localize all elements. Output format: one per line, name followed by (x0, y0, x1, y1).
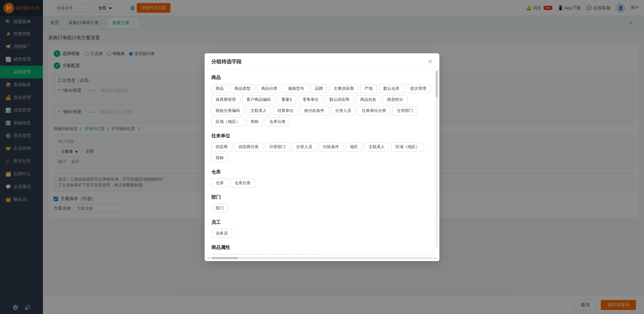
modal-hscroll-track[interactable] (211, 257, 433, 259)
field-tag[interactable]: 商品别名 (356, 95, 381, 104)
field-tag[interactable]: 默认仓库 (379, 84, 404, 93)
scroll-left-arrow[interactable]: ◀ (207, 256, 210, 260)
field-tag[interactable]: 拣货积分 (383, 95, 408, 104)
field-tag[interactable]: 默认供应商 (325, 95, 354, 104)
modal-vscroll-track[interactable] (435, 71, 438, 248)
field-tag[interactable]: 地区 (345, 142, 362, 151)
field-tags-group: 业务员 (211, 229, 433, 238)
modal-section-商品: 商品商品商品类型商品分类规格型号品牌主要供应商产地默认仓库批次管理保质期管理客户… (211, 75, 433, 126)
field-tag[interactable]: 收付款条件 (300, 106, 329, 115)
field-tag[interactable]: 零售单位 (298, 95, 323, 104)
field-tag[interactable]: 主要供应商 (329, 84, 358, 93)
field-tag[interactable]: 规格型号 (284, 84, 309, 93)
field-tags-group: 商品商品类型商品分类规格型号品牌主要供应商产地默认仓库批次管理保质期管理客户商品… (211, 84, 433, 126)
field-tags-group: 部门 (211, 204, 433, 213)
modal-section-往来单位: 往来单位供应商供应商分类分管部门分管人员付款条件地区主联系人区域（地区）简称 (211, 133, 433, 163)
field-tag[interactable]: 仓库分类 (230, 179, 255, 188)
field-tag[interactable]: 品牌 (311, 84, 327, 93)
modal-title: 分组待选字段 (211, 59, 241, 65)
field-tag[interactable]: 仓库 (211, 179, 228, 188)
field-tag[interactable]: 往来单位分类 (358, 106, 390, 115)
field-tag[interactable]: 分管人员 (292, 142, 317, 151)
field-tag[interactable]: 简称 (211, 153, 228, 163)
field-tag[interactable]: 客户商品编码 (242, 95, 275, 104)
field-tag[interactable]: 保质期管理 (211, 95, 240, 104)
field-tag[interactable]: 批次管理 (406, 84, 431, 93)
modal: 分组待选字段 ✕ 商品商品商品类型商品分类规格型号品牌主要供应商产地默认仓库批次… (205, 53, 439, 261)
field-tag[interactable]: 分管部门 (265, 142, 290, 151)
modal-close-button[interactable]: ✕ (428, 59, 433, 65)
modal-section-title: 部门 (211, 194, 433, 200)
field-tags-group: 仓库仓库分类 (211, 179, 433, 188)
field-tag[interactable]: 商品分类 (257, 84, 282, 93)
modal-section-title: 员工 (211, 219, 433, 226)
modal-section-title: 往来单位 (211, 133, 433, 139)
field-tag[interactable]: 区域（地区） (211, 117, 244, 126)
field-tag[interactable]: 分管人员 (331, 106, 356, 115)
field-tag[interactable]: 业务员 (211, 229, 232, 238)
modal-section-商品属性: 商品属性属性颜色多规格尺码鞋码1 (211, 245, 433, 255)
modal-section-员工: 员工业务员 (211, 219, 433, 238)
field-tag[interactable]: 商品类型 (230, 84, 255, 93)
field-tag[interactable]: 区域（地区） (391, 142, 424, 151)
field-tag[interactable]: 主联系人 (364, 142, 389, 151)
field-tags-group: 供应商供应商分类分管部门分管人员付款条件地区主联系人区域（地区）简称 (211, 142, 433, 163)
field-tag[interactable]: 主联系人 (246, 106, 271, 115)
modal-hscroll-thumb (211, 257, 238, 259)
field-tag[interactable]: 简称 (246, 117, 263, 126)
field-tag[interactable]: 供应商分类 (234, 142, 263, 151)
modal-header: 分组待选字段 ✕ (205, 53, 439, 69)
modal-body: 商品商品商品类型商品分类规格型号品牌主要供应商产地默认仓库批次管理保质期管理客户… (205, 69, 439, 255)
modal-hscroll-area: ◀ ▶ (205, 255, 439, 261)
modal-overlay: 分组待选字段 ✕ 商品商品商品类型商品分类规格型号品牌主要供应商产地默认仓库批次… (0, 0, 644, 314)
field-tag[interactable]: 商品 (211, 84, 228, 93)
modal-section-title: 商品属性 (211, 245, 433, 251)
field-tag[interactable]: 产地 (360, 84, 377, 93)
field-tag[interactable]: 结算单位 (273, 106, 298, 115)
field-tag[interactable]: 付款条件 (319, 142, 343, 151)
field-tag[interactable]: 税收分类编码 (211, 106, 244, 115)
modal-section-title: 商品 (211, 75, 433, 81)
field-tag[interactable]: 部门 (211, 204, 228, 213)
field-tag[interactable]: 供应商 (211, 142, 232, 151)
modal-section-title: 仓库 (211, 169, 433, 175)
modal-section-部门: 部门部门 (211, 194, 433, 213)
modal-section-仓库: 仓库仓库仓库分类 (211, 169, 433, 188)
field-tag[interactable]: 重量3 (277, 95, 296, 104)
scroll-right-arrow[interactable]: ▶ (434, 256, 437, 260)
field-tag[interactable]: 分管部门 (392, 106, 417, 115)
modal-vscroll-thumb (436, 71, 438, 98)
field-tag[interactable]: 仓库分类 (265, 117, 290, 126)
